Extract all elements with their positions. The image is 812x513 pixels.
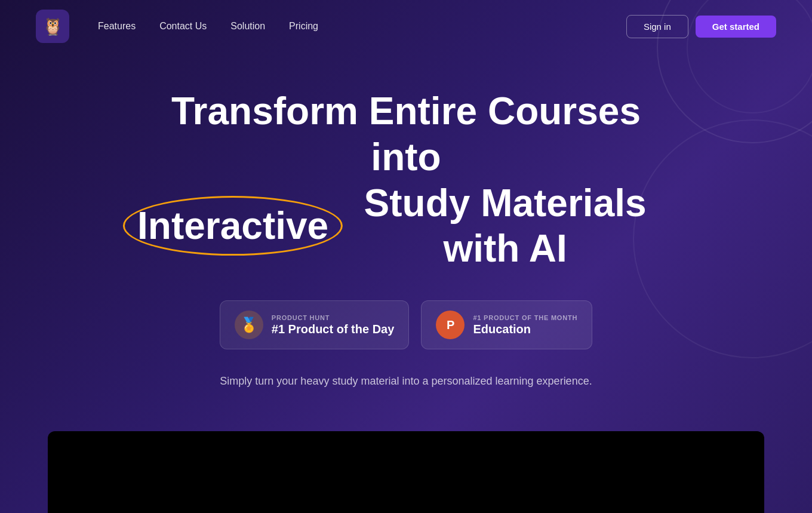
logo[interactable]: 🦉 <box>36 10 69 43</box>
get-started-button[interactable]: Get started <box>696 16 776 38</box>
hero-title-rest: Study Materials with AI <box>336 180 675 272</box>
badge-value-ph: #1 Product of the Day <box>272 322 395 336</box>
signin-button[interactable]: Sign in <box>626 15 688 38</box>
hero-title-line1: Transform Entire Courses into <box>171 90 641 179</box>
badges-row: 🏅 PRODUCT HUNT #1 Product of the Day P #… <box>220 300 592 349</box>
nav-item-solution[interactable]: Solution <box>230 21 265 32</box>
hero-title: Transform Entire Courses into Interactiv… <box>137 88 675 272</box>
nav-item-contact[interactable]: Contact Us <box>159 21 207 32</box>
badge-icon-award: 🏅 <box>235 311 263 339</box>
badge-card-product-hunt: 🏅 PRODUCT HUNT #1 Product of the Day <box>220 300 410 349</box>
nav-links: Features Contact Us Solution Pricing <box>98 21 318 32</box>
nav-item-features[interactable]: Features <box>98 21 136 32</box>
badge-text-product-month: #1 PRODUCT OF THE MONTH Education <box>473 314 577 336</box>
nav-link-features[interactable]: Features <box>98 21 136 31</box>
badge-icon-ph: P <box>436 311 465 339</box>
badge-label-ph: PRODUCT HUNT <box>272 314 395 321</box>
award-icon: 🏅 <box>240 317 258 333</box>
navbar-left: 🦉 Features Contact Us Solution Pricing <box>36 10 318 43</box>
logo-emoji: 🦉 <box>42 17 63 36</box>
highlight-word-text: Interactive <box>137 204 328 247</box>
nav-link-contact[interactable]: Contact Us <box>159 21 207 31</box>
navbar: 🦉 Features Contact Us Solution Pricing S… <box>0 0 812 53</box>
video-container <box>48 431 764 513</box>
hero-section: Transform Entire Courses into Interactiv… <box>0 53 812 413</box>
logo-icon: 🦉 <box>36 10 69 43</box>
highlight-word: Interactive <box>137 203 328 249</box>
nav-link-pricing[interactable]: Pricing <box>289 21 318 31</box>
nav-item-pricing[interactable]: Pricing <box>289 21 318 32</box>
badge-text-product-hunt: PRODUCT HUNT #1 Product of the Day <box>272 314 395 336</box>
badge-value-month: Education <box>473 322 577 336</box>
hero-title-line2: Interactive Study Materials with AI <box>137 180 675 272</box>
badge-label-month: #1 PRODUCT OF THE MONTH <box>473 314 577 321</box>
hero-subtitle: Simply turn your heavy study material in… <box>220 373 592 389</box>
ph-letter: P <box>447 318 454 332</box>
navbar-right: Sign in Get started <box>626 15 776 38</box>
nav-link-solution[interactable]: Solution <box>230 21 265 31</box>
badge-card-product-month: P #1 PRODUCT OF THE MONTH Education <box>421 300 592 349</box>
